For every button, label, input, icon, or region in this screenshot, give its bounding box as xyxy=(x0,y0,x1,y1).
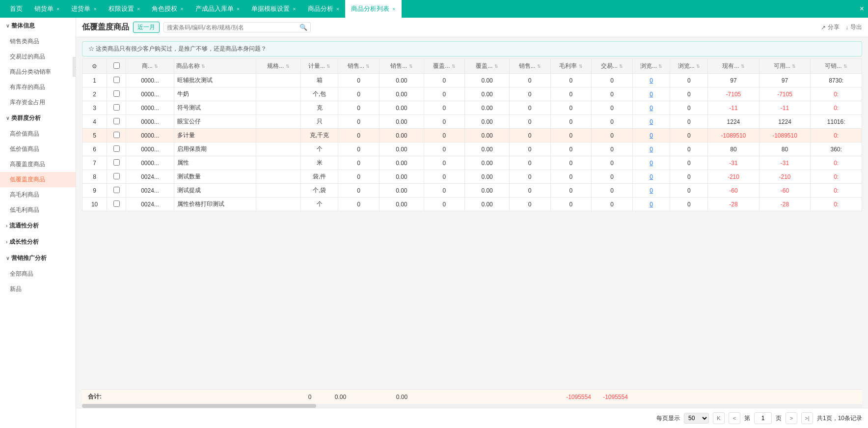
search-input[interactable] xyxy=(167,24,299,31)
sidebar-item-low-coverage[interactable]: 低覆盖度商品 xyxy=(0,172,76,187)
prev-page-button[interactable]: < xyxy=(729,412,740,424)
row-name[interactable]: 符号测试 xyxy=(174,101,256,115)
row-name[interactable]: 测试提成 xyxy=(174,184,256,198)
row-browse1[interactable]: 0 xyxy=(632,198,670,211)
row-name[interactable]: 属性 xyxy=(174,156,256,170)
select-all-checkbox[interactable] xyxy=(113,62,120,69)
row-checkbox[interactable] xyxy=(113,200,120,207)
time-filter-button[interactable]: 近一月 xyxy=(133,22,160,33)
per-page-select[interactable]: 20 50 100 xyxy=(684,413,709,424)
content-header: 低覆盖度商品 近一月 🔍 ↗ 分享 ↓ 导出 xyxy=(76,18,868,37)
th-gross[interactable]: 毛利率 ⇅ xyxy=(550,59,592,74)
sidebar-item-category-rate[interactable]: 商品分类动销率 xyxy=(0,64,76,80)
sidebar-item-sales-goods[interactable]: 销售类商品 xyxy=(0,34,76,49)
close-icon[interactable]: × xyxy=(336,6,339,12)
row-browse1[interactable]: 0 xyxy=(632,184,670,198)
row-name[interactable]: 牛奶 xyxy=(174,87,256,101)
sidebar-item-all-goods[interactable]: 全部商品 xyxy=(0,266,76,282)
th-sales-qty[interactable]: 销售... ⇅ xyxy=(338,59,380,74)
row-checkbox[interactable] xyxy=(113,104,120,111)
row-name[interactable]: 测试数量 xyxy=(174,170,256,184)
last-page-button[interactable]: >| xyxy=(801,412,813,424)
sidebar-section-growth[interactable]: › 成长性分析 xyxy=(0,234,76,250)
nav-goods-analysis[interactable]: 商品分析 × xyxy=(302,0,345,18)
th-sales3[interactable]: 销售... ⇅ xyxy=(509,59,550,74)
close-icon[interactable]: × xyxy=(237,6,240,12)
page-suffix-label: 页 xyxy=(776,414,782,423)
close-icon[interactable]: × xyxy=(137,6,140,12)
row-name[interactable]: 属性价格打印测试 xyxy=(174,198,256,211)
row-browse1[interactable]: 0 xyxy=(632,129,670,143)
row-browse1[interactable]: 0 xyxy=(632,143,670,156)
sidebar-section-liquidity[interactable]: › 流通性分析 xyxy=(0,218,76,234)
row-checkbox[interactable] xyxy=(113,118,120,124)
close-icon[interactable]: × xyxy=(392,6,395,12)
sidebar-item-new-goods[interactable]: 新品 xyxy=(0,282,76,297)
sidebar-item-high-margin[interactable]: 高毛利商品 xyxy=(0,187,76,202)
row-checkbox[interactable] xyxy=(113,132,120,138)
close-icon[interactable]: × xyxy=(293,6,296,12)
row-name[interactable]: 旺辅批次测试 xyxy=(174,74,256,87)
row-index: 9 xyxy=(82,184,107,198)
nav-goods-analysis-list[interactable]: 商品分析列表 × xyxy=(345,0,401,18)
sidebar-item-low-value[interactable]: 低价值商品 xyxy=(0,142,76,157)
sidebar-item-high-coverage[interactable]: 高覆盖度商品 xyxy=(0,157,76,172)
th-name[interactable]: 商品名称 ⇅ xyxy=(174,59,256,74)
sidebar-collapse-button[interactable]: « xyxy=(73,57,76,77)
row-browse1[interactable]: 0 xyxy=(632,74,670,87)
th-current-stock[interactable]: 现有... ⇅ xyxy=(708,59,760,74)
row-checkbox[interactable] xyxy=(113,145,120,152)
sidebar-item-low-margin[interactable]: 低毛利商品 xyxy=(0,202,76,218)
close-icon[interactable]: × xyxy=(56,6,59,12)
row-browse1[interactable]: 0 xyxy=(632,101,670,115)
sidebar-item-traded-goods[interactable]: 交易过的商品 xyxy=(0,49,76,64)
th-unit[interactable]: 计量... ⇅ xyxy=(300,59,338,74)
row-browse1[interactable]: 0 xyxy=(632,115,670,129)
row-name[interactable]: 多计量 xyxy=(174,129,256,143)
th-usable-stock[interactable]: 可用... ⇅ xyxy=(759,59,811,74)
next-page-button[interactable]: > xyxy=(786,412,797,424)
row-checkbox[interactable] xyxy=(113,159,120,166)
th-settings[interactable]: ⚙ xyxy=(82,59,107,74)
nav-home[interactable]: 首页 xyxy=(4,0,28,18)
sidebar-item-stock-capital[interactable]: 库存资金占用 xyxy=(0,95,76,110)
row-checkbox[interactable] xyxy=(113,90,120,97)
sidebar-section-overall[interactable]: ∨ 整体信息 xyxy=(0,18,76,34)
row-checkbox[interactable] xyxy=(113,77,120,83)
nav-roles[interactable]: 角色授权 × xyxy=(146,0,189,18)
row-name[interactable]: 眼宝公仔 xyxy=(174,115,256,129)
th-sales-amt[interactable]: 销售... ⇅ xyxy=(380,59,424,74)
th-browse1[interactable]: 浏览... ⇅ xyxy=(632,59,670,74)
search-icon[interactable]: 🔍 xyxy=(299,24,307,31)
first-page-button[interactable]: K xyxy=(713,412,725,424)
page-number-input[interactable]: 1 xyxy=(754,412,772,424)
close-icon[interactable]: × xyxy=(93,6,96,12)
th-spec[interactable]: 规格... ⇅ xyxy=(256,59,301,74)
sidebar-item-high-value[interactable]: 高价值商品 xyxy=(0,126,76,142)
th-code[interactable]: 商... ⇅ xyxy=(126,59,174,74)
th-cover1[interactable]: 覆盖... ⇅ xyxy=(424,59,465,74)
row-name[interactable]: 启用保质期 xyxy=(174,143,256,156)
nav-purchase[interactable]: 进货单 × xyxy=(65,0,102,18)
row-browse1[interactable]: 0 xyxy=(632,87,670,101)
close-icon[interactable]: × xyxy=(180,6,183,12)
nav-products[interactable]: 产成品入库单 × xyxy=(190,0,245,18)
share-button[interactable]: ↗ 分享 xyxy=(821,23,840,31)
row-checkbox[interactable] xyxy=(113,173,120,179)
nav-template[interactable]: 单据模板设置 × xyxy=(245,0,301,18)
sidebar-item-in-stock[interactable]: 有库存的商品 xyxy=(0,80,76,95)
th-salable[interactable]: 可销... ⇅ xyxy=(811,59,862,74)
window-close-button[interactable]: × xyxy=(860,4,864,13)
sidebar-section-cluster[interactable]: ∨ 类群度分析 xyxy=(0,110,76,126)
row-checkbox[interactable] xyxy=(113,187,120,193)
th-cover2[interactable]: 覆盖... ⇅ xyxy=(465,59,510,74)
th-trade[interactable]: 交易... ⇅ xyxy=(592,59,633,74)
nav-permissions[interactable]: 权限设置 × xyxy=(103,0,146,18)
row-spec xyxy=(256,156,301,170)
th-browse2[interactable]: 浏览... ⇅ xyxy=(670,59,708,74)
sidebar-section-marketing[interactable]: ∨ 营销推广分析 xyxy=(0,250,76,266)
nav-sales[interactable]: 销货单 × xyxy=(28,0,65,18)
row-browse1[interactable]: 0 xyxy=(632,170,670,184)
row-browse1[interactable]: 0 xyxy=(632,156,670,170)
export-button[interactable]: ↓ 导出 xyxy=(845,23,862,31)
